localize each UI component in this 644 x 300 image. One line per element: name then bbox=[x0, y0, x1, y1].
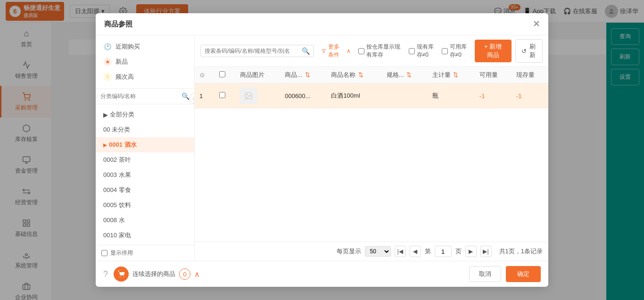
code-sort-icon: ⇅ bbox=[305, 71, 310, 78]
page-input[interactable] bbox=[435, 246, 452, 257]
alcohol-arrow: ▶ bbox=[103, 142, 107, 148]
row-available: -1 bbox=[475, 83, 512, 108]
row-index: 1 bbox=[195, 83, 215, 108]
last-page-btn[interactable]: ▶| bbox=[480, 246, 492, 257]
refresh-btn[interactable]: ↺ 刷新 bbox=[515, 39, 543, 63]
filter-btn[interactable]: 更多条件 ∧ bbox=[318, 41, 355, 61]
row-image-cell bbox=[235, 83, 280, 108]
modal-close-btn[interactable]: ✕ bbox=[533, 19, 540, 29]
row-stock: -1 bbox=[512, 83, 548, 108]
add-product-btn[interactable]: + 新增商品 bbox=[475, 40, 512, 62]
th-name[interactable]: 商品名称 ⇅ bbox=[326, 67, 381, 83]
row-checkbox-cell bbox=[215, 83, 235, 108]
product-search-input[interactable] bbox=[205, 48, 299, 54]
th-code[interactable]: 商品... ⇅ bbox=[280, 67, 326, 83]
quick-links: 🕐 近期购买 ★ 新品 ↑ 频次高 bbox=[96, 35, 194, 89]
category-water[interactable]: 0008 水 bbox=[96, 213, 194, 228]
checkbox-warehouse-stock[interactable]: 按仓库显示现有库存 bbox=[358, 43, 405, 59]
product-image bbox=[240, 87, 257, 104]
confirm-btn[interactable]: 确定 bbox=[506, 266, 541, 282]
category-tea[interactable]: 0002 茶叶 bbox=[96, 152, 194, 167]
row-checkbox[interactable] bbox=[219, 92, 225, 98]
next-page-btn[interactable]: ▶ bbox=[465, 246, 477, 257]
name-sort-icon: ⇅ bbox=[358, 71, 363, 78]
svg-marker-24 bbox=[322, 49, 326, 52]
product-table-container: ⚙ 商品图片 商品... ⇅ bbox=[195, 67, 548, 242]
all-category-arrow: ▶ bbox=[103, 111, 108, 118]
table-body: 1 000600... 白酒100ml bbox=[195, 83, 548, 108]
select-all-checkbox[interactable] bbox=[219, 71, 225, 77]
table-settings-icon[interactable]: ⚙ bbox=[199, 72, 205, 79]
pagination: 每页显示 50 100 200 |◀ ◀ 第 页 ▶ ▶| 共1页，1条记录 bbox=[195, 242, 548, 261]
right-panel: 🔍 更多条件 ∧ 按仓库显示现有库存 现有库存≠0 bbox=[195, 35, 548, 261]
collapse-cart-btn[interactable]: ∧ bbox=[194, 270, 200, 279]
toolbar: 🔍 更多条件 ∧ 按仓库显示现有库存 现有库存≠0 bbox=[195, 35, 548, 67]
category-beverage[interactable]: 0005 饮料 bbox=[96, 198, 194, 213]
show-disabled-area: 显示停用 bbox=[96, 245, 194, 261]
category-list: ▶ 全部分类 00 未分类 ▶ 0001 酒水 0002 茶叶 0003 水果 bbox=[96, 104, 194, 245]
product-table: ⚙ 商品图片 商品... ⇅ bbox=[195, 67, 548, 108]
quick-link-freq[interactable]: ↑ 频次高 bbox=[96, 69, 194, 84]
checkbox-nonzero-available[interactable]: 可用库存≠0 bbox=[442, 43, 471, 59]
category-search-icon[interactable]: 🔍 bbox=[182, 92, 190, 100]
modal: 商品参照 ✕ 🕐 近期购买 ★ 新品 ↑ bbox=[96, 13, 548, 287]
modal-title: 商品参照 bbox=[104, 20, 132, 29]
table-header: ⚙ 商品图片 商品... ⇅ bbox=[195, 67, 548, 83]
row-unit: 瓶 bbox=[428, 83, 475, 108]
th-stock[interactable]: 现存量 bbox=[512, 67, 548, 83]
table-row[interactable]: 1 000600... 白酒100ml bbox=[195, 83, 548, 108]
svg-point-28 bbox=[124, 276, 124, 277]
product-search-box: 🔍 bbox=[200, 45, 314, 57]
product-search-icon[interactable]: 🔍 bbox=[302, 47, 310, 55]
category-search-input[interactable] bbox=[100, 93, 179, 100]
row-spec bbox=[382, 83, 428, 108]
th-unit[interactable]: 主计量 ⇅ bbox=[428, 67, 475, 83]
modal-footer: ? 连续选择的商品 0 ∧ 取消 确定 bbox=[96, 261, 548, 287]
th-checkbox bbox=[215, 67, 235, 83]
th-image: 商品图片 bbox=[235, 67, 280, 83]
new-icon: ★ bbox=[103, 58, 112, 66]
left-panel: 🕐 近期购买 ★ 新品 ↑ 频次高 ‹‹ bbox=[96, 35, 195, 261]
th-available[interactable]: 可用量 bbox=[475, 67, 512, 83]
svg-point-27 bbox=[120, 276, 120, 277]
per-page-select[interactable]: 50 100 200 bbox=[365, 246, 391, 257]
quick-link-recent[interactable]: 🕐 近期购买 bbox=[96, 39, 194, 54]
filter-chevron-icon: ∧ bbox=[347, 48, 351, 54]
unit-sort-icon: ⇅ bbox=[453, 71, 458, 78]
help-icon[interactable]: ? bbox=[103, 269, 108, 279]
modal-body: 🕐 近期购买 ★ 新品 ↑ 频次高 ‹‹ bbox=[96, 35, 548, 261]
row-code: 000600... bbox=[280, 83, 326, 108]
category-all[interactable]: ▶ 全部分类 bbox=[96, 107, 194, 122]
category-snack[interactable]: 0004 零食 bbox=[96, 183, 194, 198]
checkbox-nonzero-stock[interactable]: 现有库存≠0 bbox=[409, 43, 438, 59]
category-alcohol[interactable]: ▶ 0001 酒水 bbox=[96, 137, 194, 152]
cart-area: 连续选择的商品 0 ∧ bbox=[114, 267, 200, 282]
category-appliance[interactable]: 0010 家电 bbox=[96, 228, 194, 243]
spec-sort-icon: ⇅ bbox=[406, 71, 412, 78]
category-search-area: 🔍 bbox=[96, 89, 194, 104]
first-page-btn[interactable]: |◀ bbox=[395, 246, 406, 257]
cart-count: 0 bbox=[179, 268, 190, 280]
recent-icon: 🕐 bbox=[103, 42, 112, 51]
row-name: 白酒100ml bbox=[326, 83, 381, 108]
footer-buttons: 取消 确定 bbox=[469, 266, 541, 282]
category-fruit[interactable]: 0003 水果 bbox=[96, 167, 194, 183]
cancel-btn[interactable]: 取消 bbox=[469, 266, 501, 282]
refresh-icon: ↺ bbox=[521, 48, 527, 55]
category-unclassified[interactable]: 00 未分类 bbox=[96, 122, 194, 137]
quick-link-new[interactable]: ★ 新品 bbox=[96, 54, 194, 69]
th-settings[interactable]: ⚙ bbox=[195, 67, 215, 83]
cart-icon bbox=[114, 267, 129, 282]
svg-point-26 bbox=[247, 94, 248, 95]
modal-header: 商品参照 ✕ bbox=[96, 13, 548, 35]
th-spec[interactable]: 规格... ⇅ bbox=[382, 67, 428, 83]
prev-page-btn[interactable]: ◀ bbox=[410, 246, 421, 257]
freq-icon: ↑ bbox=[103, 73, 112, 81]
show-disabled-checkbox[interactable] bbox=[101, 250, 107, 256]
modal-overlay: 商品参照 ✕ 🕐 近期购买 ★ 新品 ↑ bbox=[0, 0, 644, 300]
